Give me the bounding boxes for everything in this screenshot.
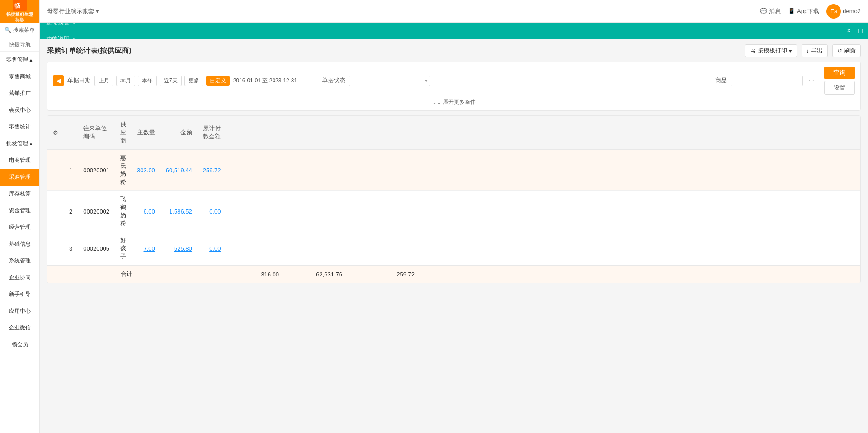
- row-name-cell: 好孩子: [115, 232, 132, 265]
- row-amount-cell[interactable]: 525.80: [160, 232, 198, 265]
- sidebar-item-ecommerce-mgmt[interactable]: 电商管理: [0, 152, 39, 169]
- sidebar-item-purchase-mgmt[interactable]: 采购管理: [0, 169, 39, 186]
- row-qty-cell[interactable]: 6.00: [132, 191, 160, 232]
- row-amount-cell[interactable]: 1,586.52: [160, 191, 198, 232]
- date-btn-this-month[interactable]: 本月: [116, 76, 135, 86]
- status-filter-label: 单据状态: [322, 76, 345, 85]
- sidebar-item-retail-mall[interactable]: 零售商城: [0, 68, 39, 85]
- settings-button[interactable]: 设置: [824, 81, 855, 95]
- sidebar-label: 经营管理: [9, 224, 31, 231]
- row-num-cell: 2: [64, 191, 78, 232]
- row-paid-cell[interactable]: 0.00: [198, 191, 226, 232]
- sidebar-item-member-center[interactable]: 会员中心: [0, 102, 39, 119]
- content-area: 采购订单统计表(按供应商) 🖨 按模板打印 ▾ ↓ 导出 ↺ 刷新: [40, 39, 868, 433]
- tab-items-container: 首页收发存汇总表 ×要货单统计表 ×可用量库存账本 ×保质期查询 ×超储预警 ×…: [40, 23, 99, 39]
- message-icon: 💬: [760, 8, 767, 14]
- tab-overstock-warn[interactable]: 超储预警 ×: [40, 23, 99, 31]
- filter-left: ◀ 单据日期 上月 本月 本年 近7天 更多 自定义 2016-01-01 至 …: [53, 75, 317, 86]
- col-num: [64, 116, 78, 150]
- row-amount-cell[interactable]: 60,519.44: [160, 150, 198, 191]
- date-quick-buttons: 上月 本月 本年 近7天 更多 自定义: [94, 76, 230, 86]
- sidebar-quick-nav[interactable]: 快捷导航: [0, 38, 39, 52]
- row-qty-cell[interactable]: 303.00: [132, 150, 160, 191]
- sidebar-item-enterprise-wechat[interactable]: 企业微信: [0, 319, 39, 336]
- row-name-cell: 飞鹤奶粉: [115, 191, 132, 232]
- sidebar-item-marketing[interactable]: 营销推广: [0, 85, 39, 102]
- sidebar-item-system-mgmt[interactable]: 系统管理: [0, 252, 39, 269]
- sidebar-item-new-guide[interactable]: 新手引导: [0, 286, 39, 303]
- sidebar-label: 零售统计: [9, 123, 31, 131]
- col-paid: 累计付款金额: [198, 116, 226, 150]
- row-paid-cell[interactable]: 259.72: [198, 150, 226, 191]
- tab-close-icon[interactable]: ×: [72, 23, 75, 25]
- sidebar-label: 系统管理: [9, 257, 31, 265]
- row-paid-cell[interactable]: 0.00: [198, 232, 226, 265]
- sidebar-item-inventory-check[interactable]: 库存核算: [0, 186, 39, 202]
- date-range-display: 2016-01-01 至 2023-12-31: [233, 77, 297, 85]
- sidebar-item-finance-mgmt[interactable]: 资金管理: [0, 202, 39, 219]
- sidebar-label: 新手引导: [9, 290, 31, 298]
- filter-right: 商品 ··· 查询 设置: [590, 67, 855, 95]
- app-download-action[interactable]: 📱 App下载: [788, 7, 819, 15]
- print-dropdown-icon: ▾: [789, 48, 792, 54]
- goods-input[interactable]: [731, 76, 803, 86]
- row-num-cell: 1: [64, 150, 78, 191]
- filter-action-buttons: 查询 设置: [824, 67, 855, 95]
- row-extra-cell: [226, 150, 860, 191]
- filter-middle: 单据状态: [322, 76, 586, 86]
- date-filter-label: 单据日期: [67, 76, 91, 85]
- sidebar-item-wholesale-mgmt[interactable]: 批发管理▲: [0, 135, 39, 152]
- user-profile[interactable]: Ea demo2: [826, 4, 861, 19]
- expand-icon: ⌄⌄: [432, 99, 441, 105]
- sidebar-item-operation-mgmt[interactable]: 经营管理: [0, 219, 39, 236]
- sidebar-item-basic-info[interactable]: 基础信息: [0, 236, 39, 252]
- svg-text:畅: 畅: [14, 2, 20, 9]
- sidebar: 畅 畅捷通好生意 标版 🔍 搜索菜单 快捷导航 零售管理▲零售商城营销推广会员中…: [0, 0, 40, 433]
- download-icon: 📱: [788, 8, 795, 14]
- sidebar-label: 电商管理: [9, 157, 31, 164]
- status-select[interactable]: [349, 76, 430, 86]
- sidebar-item-member[interactable]: 畅会员: [0, 336, 39, 353]
- date-btn-this-year[interactable]: 本年: [138, 76, 157, 86]
- more-filter-dots[interactable]: ···: [807, 76, 816, 85]
- filter-main-row: ◀ 单据日期 上月 本月 本年 近7天 更多 自定义 2016-01-01 至 …: [53, 67, 855, 95]
- date-btn-7days[interactable]: 近7天: [160, 76, 182, 86]
- sidebar-search[interactable]: 🔍 搜索菜单: [0, 23, 39, 38]
- sidebar-label: 零售商城: [9, 73, 31, 81]
- sidebar-item-retail-mgmt[interactable]: 零售管理▲: [0, 52, 39, 68]
- avatar: Ea: [826, 4, 841, 19]
- row-extra-cell: [226, 191, 860, 232]
- col-icon[interactable]: ⚙: [47, 116, 64, 150]
- export-button[interactable]: ↓ 导出: [802, 44, 828, 57]
- app-name: 畅捷通好生意: [6, 12, 33, 17]
- query-button[interactable]: 查询: [824, 67, 855, 79]
- sidebar-item-app-center[interactable]: 应用中心: [0, 303, 39, 319]
- tab-label: 超储预警: [46, 23, 70, 27]
- table-header-row: ⚙ 往来单位编码 供应商 主数量 金额 累计付款金额: [47, 116, 860, 150]
- print-icon: 🖨: [750, 48, 756, 54]
- tab-expand-btn[interactable]: □: [856, 26, 864, 36]
- row-qty-cell[interactable]: 7.00: [132, 232, 160, 265]
- expand-more-button[interactable]: ⌄⌄ 展开更多条件: [432, 98, 476, 106]
- topbar-actions: 💬 消息 📱 App下载 Ea demo2: [760, 4, 861, 19]
- sidebar-label: 营销推广: [9, 90, 31, 97]
- sidebar-items-container: 零售管理▲零售商城营销推广会员中心零售统计批发管理▲电商管理采购管理库存核算资金…: [0, 52, 39, 353]
- table-body: 1 00020001 惠氏奶粉 303.00 60,519.44 259.72 …: [47, 150, 860, 265]
- export-icon: ↓: [807, 48, 810, 54]
- row-code-cell: 00020001: [78, 150, 115, 191]
- refresh-button[interactable]: ↺ 刷新: [832, 44, 861, 57]
- filter-toggle-button[interactable]: ◀: [53, 75, 64, 86]
- expand-more-row: ⌄⌄ 展开更多条件: [53, 98, 855, 106]
- message-action[interactable]: 💬 消息: [760, 7, 781, 15]
- sidebar-item-enterprise-collab[interactable]: 企业协同: [0, 269, 39, 286]
- sidebar-label: 批发管理: [6, 140, 28, 148]
- tab-function-desc[interactable]: 功能说明 ×: [40, 31, 99, 39]
- sidebar-item-retail-stats[interactable]: 零售统计: [0, 119, 39, 135]
- date-btn-last-month[interactable]: 上月: [94, 76, 113, 86]
- table-row: 1 00020001 惠氏奶粉 303.00 60,519.44 259.72: [47, 150, 860, 191]
- workspace-selector[interactable]: 母婴行业演示账套 ▾: [47, 7, 755, 15]
- date-btn-custom[interactable]: 自定义: [206, 76, 230, 86]
- date-btn-more[interactable]: 更多: [184, 76, 203, 86]
- tab-close-btn[interactable]: ×: [845, 26, 853, 36]
- print-button[interactable]: 🖨 按模板打印 ▾: [745, 44, 797, 57]
